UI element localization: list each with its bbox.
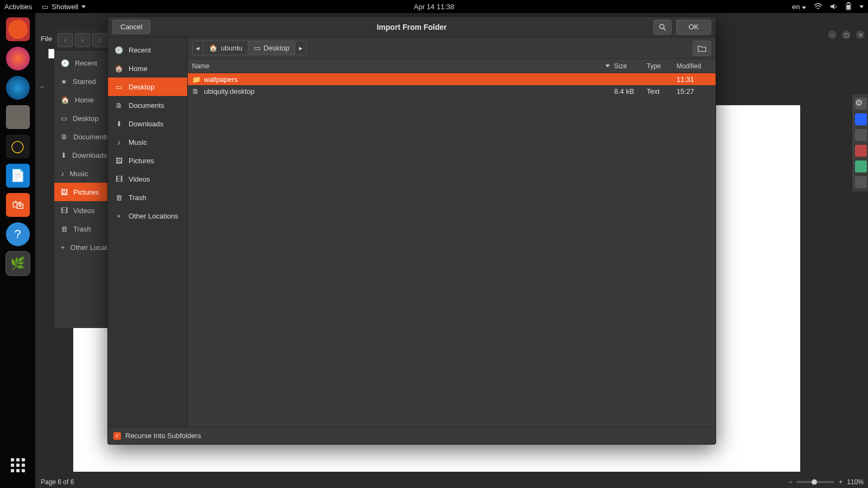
- battery-icon[interactable]: [845, 2, 852, 11]
- place-icon: ♪: [61, 170, 65, 178]
- nav-home-button[interactable]: ⌂: [92, 33, 107, 47]
- sidebar-item-label: Videos: [73, 207, 95, 215]
- breadcrumb-label: ubuntu: [221, 44, 242, 52]
- column-type[interactable]: Type: [647, 62, 676, 70]
- file-modified: 15:27: [676, 87, 716, 95]
- panel-page-icon[interactable]: [855, 113, 867, 125]
- zoom-slider[interactable]: [796, 481, 834, 483]
- sidebar-item-label: Trash: [73, 225, 91, 233]
- place-label: Pictures: [129, 157, 154, 165]
- dock-item-files[interactable]: [6, 105, 30, 129]
- place-label: Desktop: [129, 83, 155, 91]
- file-name: ubiquity.desktop: [202, 87, 614, 95]
- zoom-out-icon[interactable]: −: [788, 478, 792, 486]
- nav-back-button[interactable]: ‹: [58, 33, 73, 47]
- maximize-button[interactable]: ▢: [842, 30, 851, 39]
- file-row[interactable]: 🗎ubiquity.desktop8.4 kBText15:27: [188, 85, 716, 97]
- dock-item-thunderbird[interactable]: [6, 76, 30, 100]
- column-size[interactable]: Size: [614, 62, 647, 70]
- panel-properties-icon[interactable]: ⚙: [855, 98, 867, 110]
- input-source-indicator[interactable]: en: [792, 3, 806, 11]
- place-label: Videos: [129, 175, 150, 183]
- network-icon[interactable]: [814, 3, 822, 10]
- place-label: Trash: [129, 194, 146, 202]
- activities-button[interactable]: Activities: [4, 3, 32, 11]
- app-menu[interactable]: ▭ Shotwell: [42, 3, 86, 11]
- breadcrumb-forward[interactable]: ▸: [295, 41, 306, 55]
- place-pictures[interactable]: 🖼Pictures: [108, 151, 187, 170]
- sidebar-item-label: Recent: [75, 59, 97, 67]
- system-top-bar: Activities ▭ Shotwell Apr 14 11:38 en: [0, 0, 868, 13]
- panel-navigator-icon[interactable]: [855, 160, 867, 172]
- zoom-control[interactable]: − + 110%: [788, 478, 864, 486]
- ok-button[interactable]: OK: [676, 20, 711, 35]
- column-headers[interactable]: Name Size Type Modified: [188, 59, 716, 73]
- svg-rect-1: [847, 2, 850, 3]
- file-size: 8.4 kB: [614, 87, 647, 95]
- chevron-down-icon: [81, 5, 86, 8]
- dock-item-firefox[interactable]: [6, 47, 30, 70]
- path-bar: ◂🏠ubuntu▭Desktop▸: [188, 37, 716, 59]
- file-row[interactable]: 📁wallpapers11:31: [188, 73, 716, 85]
- place-music[interactable]: ♪Music: [108, 133, 187, 151]
- place-downloads[interactable]: ⬇Downloads: [108, 114, 187, 133]
- place-desktop[interactable]: ▭Desktop: [108, 78, 187, 96]
- recurse-checkbox[interactable]: ✓: [113, 432, 121, 440]
- dock-item-ubuntu[interactable]: [6, 17, 30, 41]
- dialog-footer: ✓ Recurse Into Subfolders: [108, 427, 716, 444]
- place-trash[interactable]: 🗑Trash: [108, 188, 187, 207]
- place-icon: ▭: [114, 83, 123, 91]
- column-name[interactable]: Name: [192, 62, 209, 70]
- place-home[interactable]: 🏠Home: [108, 59, 187, 78]
- place-icon: 🗑: [61, 225, 68, 233]
- dock-item-writer[interactable]: 📄: [6, 164, 30, 188]
- svg-rect-2: [847, 5, 850, 9]
- clock[interactable]: Apr 14 11:38: [414, 3, 454, 11]
- volume-icon[interactable]: [830, 3, 838, 10]
- place-icon: 🎞: [114, 175, 123, 183]
- file-list[interactable]: 📁wallpapers11:31🗎ubiquity.desktop8.4 kBT…: [188, 73, 716, 427]
- create-folder-button[interactable]: [693, 41, 711, 56]
- place-label: Downloads: [129, 120, 163, 128]
- sidebar-item-label: Documents: [73, 133, 109, 141]
- place-label: Documents: [129, 101, 164, 110]
- cancel-button[interactable]: Cancel: [112, 20, 150, 34]
- place-documents[interactable]: 🗎Documents: [108, 96, 187, 114]
- places-sidebar: 🕘Recent🏠Home▭Desktop🗎Documents⬇Downloads…: [108, 37, 188, 427]
- breadcrumb: ◂🏠ubuntu▭Desktop▸: [192, 41, 307, 55]
- breadcrumb-desktop[interactable]: ▭Desktop: [248, 41, 296, 55]
- sidebar-item-label: Starred: [73, 78, 96, 86]
- place-videos[interactable]: 🎞Videos: [108, 170, 187, 188]
- place-icon: 🗎: [114, 101, 123, 110]
- place-icon: ⬇: [114, 120, 123, 128]
- panel-gallery-icon[interactable]: [855, 145, 867, 157]
- dock-item-help[interactable]: ?: [6, 222, 30, 246]
- show-applications-button[interactable]: [6, 453, 30, 477]
- svg-point-3: [660, 24, 664, 29]
- dock-item-shotwell[interactable]: 🌿: [6, 252, 30, 275]
- zoom-in-icon[interactable]: +: [839, 478, 843, 486]
- search-icon: [659, 23, 666, 31]
- place-label: Recent: [129, 46, 151, 54]
- file-modified: 11:31: [676, 75, 716, 84]
- breadcrumb-ubuntu[interactable]: 🏠ubuntu: [203, 41, 248, 55]
- nav-forward-button[interactable]: ›: [75, 33, 90, 47]
- breadcrumb-back[interactable]: ◂: [193, 41, 203, 55]
- search-button[interactable]: [653, 20, 672, 35]
- close-button[interactable]: ✕: [856, 30, 865, 39]
- place-icon: ⬇: [61, 151, 67, 159]
- import-from-folder-dialog: Cancel Import From Folder OK 🕘Recent🏠Hom…: [107, 16, 716, 445]
- place-icon: 🏠: [114, 65, 123, 73]
- panel-styles-icon[interactable]: [855, 129, 867, 141]
- column-modified[interactable]: Modified: [676, 62, 716, 70]
- dock-item-rhythmbox[interactable]: ◯: [6, 134, 30, 158]
- panel-extra-icon[interactable]: [855, 176, 867, 188]
- sidebar-item-label: Downloads: [72, 151, 107, 159]
- ruler-corner: ⌐: [41, 84, 44, 90]
- menu-file[interactable]: File: [41, 35, 52, 43]
- place-other-locations[interactable]: +Other Locations: [108, 207, 187, 225]
- dock-item-software[interactable]: 🛍: [6, 193, 30, 217]
- place-icon: +: [61, 243, 65, 252]
- place-recent[interactable]: 🕘Recent: [108, 41, 187, 59]
- minimize-button[interactable]: –: [828, 30, 837, 39]
